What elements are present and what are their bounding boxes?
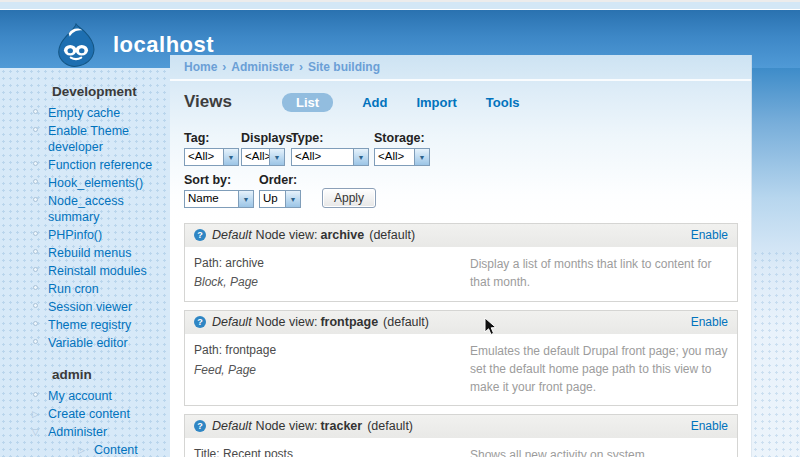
sidebar-item-reinstall-modules[interactable]: Reinstall modules (32, 263, 162, 279)
tab-list[interactable]: List (282, 93, 333, 112)
circle-bullet-icon (33, 179, 38, 184)
breadcrumb: Home › Administer › Site building (170, 55, 751, 81)
chevron-down-icon[interactable]: ▼ (285, 191, 300, 207)
view-type-label: Node view: (256, 419, 318, 433)
collapsed-arrow-icon[interactable]: ▷ (78, 442, 85, 457)
development-menu: Empty cache Enable Theme developer Funct… (32, 105, 170, 351)
view-description: Display a list of months that link to co… (470, 254, 728, 292)
displays-select[interactable]: <All> ▼ (241, 148, 285, 166)
enable-link[interactable]: Enable (691, 228, 728, 242)
filter-storage: Storage: <All> ▼ (374, 131, 436, 166)
view-row-header: ? Default Node view: tracker (default) E… (185, 415, 737, 437)
view-row-body: Title: Recent posts Path: tracker Page S… (185, 437, 737, 457)
sidebar-heading-admin: admin (52, 367, 170, 382)
view-path: Path: frontpage (194, 341, 470, 360)
view-row-body: Path: archive Block, Page Display a list… (185, 246, 737, 301)
sidebar: Development Empty cache Enable Theme dev… (0, 68, 170, 457)
sidebar-item-administer[interactable]: ▽Administer ▷Content management (32, 424, 162, 457)
breadcrumb-administer[interactable]: Administer (231, 60, 294, 74)
view-row-header: ? Default Node view: archive (default) E… (185, 224, 737, 246)
admin-menu: My account ▷Create content ▽Administer ▷… (32, 388, 170, 457)
storage-select[interactable]: <All> ▼ (374, 148, 430, 166)
tab-import[interactable]: Import (416, 95, 456, 110)
right-background-dots (752, 250, 800, 457)
tab-add[interactable]: Add (362, 95, 387, 110)
sidebar-item-enable-theme-developer[interactable]: Enable Theme developer (32, 123, 162, 155)
view-row-archive: ? Default Node view: archive (default) E… (184, 223, 738, 302)
page-title: Views (184, 92, 248, 112)
view-displays: Block, Page (194, 273, 470, 292)
help-icon[interactable]: ? (194, 316, 206, 328)
filter-sort-by: Sort by: Name ▼ (184, 173, 259, 208)
main-content: Home › Administer › Site building Views … (170, 55, 752, 457)
chevron-down-icon[interactable]: ▼ (414, 149, 429, 165)
view-default-flag: Default (212, 419, 252, 433)
help-icon[interactable]: ? (194, 420, 206, 432)
order-select[interactable]: Up ▼ (259, 190, 301, 208)
filter-type: Type: <All> ▼ (291, 131, 374, 166)
view-row-frontpage: ? Default Node view: frontpage (default)… (184, 310, 738, 406)
chevron-down-icon[interactable]: ▼ (353, 149, 368, 165)
type-select[interactable]: <All> ▼ (291, 148, 369, 166)
apply-button[interactable]: Apply (322, 188, 376, 208)
breadcrumb-home[interactable]: Home (184, 60, 217, 74)
collapsed-arrow-icon[interactable]: ▷ (32, 406, 39, 422)
filter-displays: Displays: <All> ▼ (241, 131, 291, 166)
sidebar-item-hook-elements[interactable]: Hook_elements() (32, 175, 162, 191)
breadcrumb-separator: › (299, 60, 303, 74)
tabs: List Add Import Tools (282, 93, 520, 112)
breadcrumb-site-building[interactable]: Site building (308, 60, 380, 74)
view-row-tracker: ? Default Node view: tracker (default) E… (184, 414, 738, 457)
sidebar-item-create-content[interactable]: ▷Create content (32, 406, 162, 422)
circle-bullet-icon (33, 285, 38, 290)
enable-link[interactable]: Enable (691, 419, 728, 433)
sidebar-item-run-cron[interactable]: Run cron (32, 281, 162, 297)
view-suffix: (default) (383, 315, 429, 329)
view-row-header: ? Default Node view: frontpage (default)… (185, 311, 737, 333)
order-label: Order: (259, 173, 309, 187)
view-description: Emulates the default Drupal front page; … (470, 341, 728, 396)
sidebar-item-empty-cache[interactable]: Empty cache (32, 105, 162, 121)
chevron-down-icon[interactable]: ▼ (223, 149, 238, 165)
filter-row-1: Tag: <All> ▼ Displays: <All> ▼ Type: <Al… (184, 131, 751, 166)
sidebar-item-node-access-summary[interactable]: Node_access summary (32, 193, 162, 225)
tab-tools[interactable]: Tools (486, 95, 520, 110)
chevron-down-icon[interactable]: ▼ (238, 191, 253, 207)
circle-bullet-icon (33, 197, 38, 202)
drupal-logo-icon (55, 23, 97, 67)
sort-by-select[interactable]: Name ▼ (184, 190, 254, 208)
circle-bullet-icon (33, 231, 38, 236)
sidebar-item-session-viewer[interactable]: Session viewer (32, 299, 162, 315)
circle-bullet-icon (33, 303, 38, 308)
sidebar-item-rebuild-menus[interactable]: Rebuild menus (32, 245, 162, 261)
sidebar-item-theme-registry[interactable]: Theme registry (32, 317, 162, 333)
sidebar-item-phpinfo[interactable]: PHPinfo() (32, 227, 162, 243)
administer-submenu: ▷Content management (78, 442, 162, 457)
displays-label: Displays: (241, 131, 291, 145)
sidebar-heading-development: Development (52, 84, 170, 99)
sidebar-item-my-account[interactable]: My account (32, 388, 162, 404)
view-default-flag: Default (212, 228, 252, 242)
chevron-down-icon[interactable]: ▼ (269, 149, 284, 165)
view-suffix: (default) (367, 419, 413, 433)
filter-row-2: Sort by: Name ▼ Order: Up ▼ Apply (184, 173, 751, 208)
sidebar-item-variable-editor[interactable]: Variable editor (32, 335, 162, 351)
view-displays: Feed, Page (194, 361, 470, 380)
help-icon[interactable]: ? (194, 229, 206, 241)
view-suffix: (default) (369, 228, 415, 242)
expanded-arrow-icon[interactable]: ▽ (32, 424, 39, 440)
top-strip (0, 0, 800, 10)
filters: Tag: <All> ▼ Displays: <All> ▼ Type: <Al… (170, 131, 751, 208)
view-type-label: Node view: (256, 228, 318, 242)
view-name: frontpage (320, 315, 378, 329)
circle-bullet-icon (33, 339, 38, 344)
storage-label: Storage: (374, 131, 436, 145)
type-label: Type: (291, 131, 374, 145)
tag-select[interactable]: <All> ▼ (184, 148, 239, 166)
views-list: ? Default Node view: archive (default) E… (184, 223, 738, 457)
sidebar-item-content-management[interactable]: ▷Content management (78, 442, 173, 457)
enable-link[interactable]: Enable (691, 315, 728, 329)
sidebar-item-function-reference[interactable]: Function reference (32, 157, 162, 173)
view-type-label: Node view: (256, 315, 318, 329)
view-description: Shows all new activity on system. (470, 445, 728, 457)
